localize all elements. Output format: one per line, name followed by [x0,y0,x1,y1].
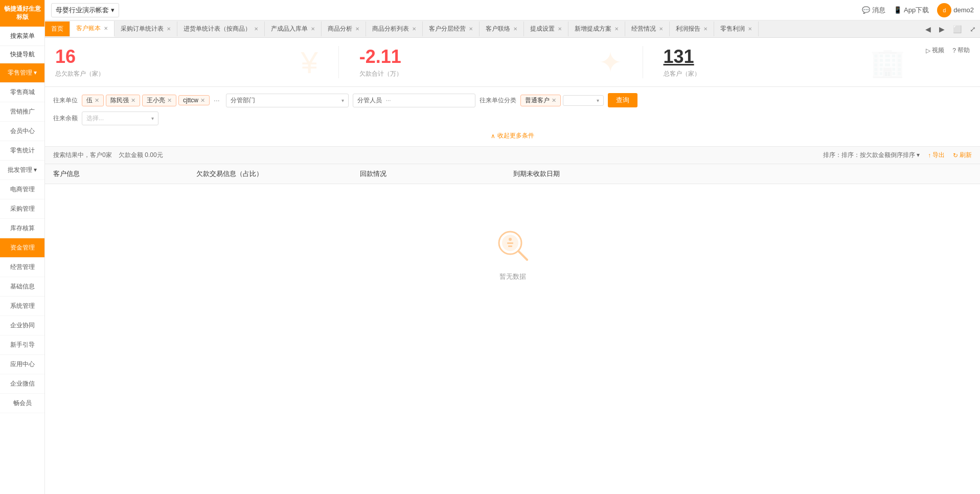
tab-prev-btn[interactable]: ◀ [921,23,935,35]
unit-tag-2[interactable]: 王小亮 ✕ [142,95,176,106]
tab-close-icon[interactable]: ✕ [254,26,258,32]
sidebar-item-search[interactable]: 搜索菜单 [0,27,44,46]
sidebar-item-member[interactable]: 会员中心 [0,122,44,141]
sidebar-item-system[interactable]: 系统管理 [0,297,44,316]
tab-next-btn[interactable]: ▶ [935,23,949,35]
tag-close-icon[interactable]: ✕ [200,97,205,104]
table-container: 客户信息 欠款交易信息（占比） 回款情况 到期未收款日期 暂无数据 [45,164,980,494]
sidebar-item-quick-nav[interactable]: 快捷导航 [0,46,44,63]
tab-customer-account[interactable]: 客户账本 ✕ [70,21,115,37]
unit-filter-label: 往来单位 [53,96,78,105]
help-icon: ? [952,47,956,54]
sidebar-item-wholesale[interactable]: 批发管理 ▾ [0,161,44,180]
tab-close-icon[interactable]: ✕ [513,26,517,32]
stat-value-overdue-amount: -2.11 [359,46,622,68]
video-help-btn[interactable]: ▷ 视频 [926,46,944,55]
svg-line-2 [519,252,527,260]
stats-bar: ¥ 16 总欠款客户（家） ✦ -2.11 欠款合计（万） 🏢 131 总客户（… [45,38,980,87]
tab-customer-contact[interactable]: 客户联络 ✕ [480,21,524,36]
tab-close-icon[interactable]: ✕ [558,26,562,32]
search-result-text: 搜索结果中，客户0家 欠款金额 0.00元 [53,151,163,160]
tab-production-inbound[interactable]: 产成品入库单 ✕ [265,21,322,36]
tab-commission-setting[interactable]: 提成设置 ✕ [524,21,568,36]
unit-tag-0[interactable]: 伍 ✕ [82,95,104,106]
message-btn[interactable]: 💬 消息 [862,6,885,15]
tab-close-icon[interactable]: ✕ [355,26,359,32]
sidebar-item-marketing[interactable]: 营销推广 [0,102,44,122]
tab-product-analysis[interactable]: 商品分析 ✕ [322,21,366,36]
tag-close-icon[interactable]: ✕ [95,97,99,104]
sidebar-item-retail-shop[interactable]: 零售商城 [0,83,44,102]
tab-close-icon[interactable]: ✕ [167,26,171,32]
stat-bg-icon: ¥ [301,44,317,80]
query-button[interactable]: 查询 [608,93,637,107]
sidebar-item-retail-mgmt[interactable]: 零售管理 ▾ [0,63,44,83]
sidebar: 畅捷通好生意 标版 搜索菜单 快捷导航 零售管理 ▾ 零售商城 营销推广 会员中… [0,0,45,494]
collapse-btn[interactable]: ∧ 收起更多条件 [491,131,534,140]
chevron-right-icon: ▾ [34,166,37,173]
unit-type-tag-0[interactable]: 普通客户 ✕ [520,95,561,106]
tab-home[interactable]: 首页 [45,21,70,36]
content-area: ¥ 16 总欠款客户（家） ✦ -2.11 欠款合计（万） 🏢 131 总客户（… [45,38,980,494]
filter-row-2: 往来余额 选择... ▾ [53,111,972,125]
tab-close-icon[interactable]: ✕ [703,26,708,32]
tab-expand-btn[interactable]: ⬜ [949,23,966,35]
tab-close-icon[interactable]: ✕ [412,26,416,32]
download-icon: 📱 [894,6,902,14]
sidebar-item-retail-stats[interactable]: 零售统计 [0,141,44,161]
export-icon: ↑ [928,152,931,159]
app-download-btn[interactable]: 📱 App下载 [894,6,929,15]
refresh-btn[interactable]: ↻ 刷新 [953,151,972,160]
col-due-date: 到期未收款日期 [513,169,972,178]
sidebar-item-enterprise[interactable]: 企业协同 [0,316,44,335]
tab-purchase-order[interactable]: 采购订单统计表 ✕ [115,21,177,36]
help-btn[interactable]: ? 帮助 [952,46,970,55]
sort-label[interactable]: 排序：排序：按欠款金额倒序排序 ▾ [823,151,920,160]
tab-close-icon[interactable]: ✕ [311,26,315,32]
unit-tag-3[interactable]: cjttcw ✕ [178,95,210,105]
balance-filter[interactable]: 选择... ▾ [82,111,158,125]
tag-close-icon[interactable]: ✕ [131,97,135,104]
tab-add-commission[interactable]: 新增提成方案 ✕ [568,21,625,36]
tab-retail-profit[interactable]: 零售利润 ✕ [714,21,759,36]
unit-tag-1[interactable]: 陈民强 ✕ [106,95,140,106]
tag-close-icon[interactable]: ✕ [167,97,172,104]
tab-close-icon[interactable]: ✕ [614,26,619,32]
tab-operations[interactable]: 经营情况 ✕ [625,21,670,36]
tab-close-icon[interactable]: ✕ [104,26,108,31]
sidebar-item-wechat[interactable]: 企业微信 [0,374,44,394]
tabbar: 首页 客户账本 ✕ 采购订单统计表 ✕ 进货单统计表（按商品） ✕ 产成品入库单… [45,20,980,38]
tag-close-icon[interactable]: ✕ [552,97,556,104]
more-tags-btn[interactable]: ··· [212,96,222,104]
svg-point-3 [509,238,512,241]
unit-type-label: 往来单位分类 [480,96,516,105]
dept-filter[interactable]: 分管部门 ▾ [226,94,349,107]
tab-close-icon[interactable]: ✕ [659,26,663,32]
search-result-actions: 排序：排序：按欠款金额倒序排序 ▾ ↑ 导出 ↻ 刷新 [823,151,972,160]
sidebar-item-basic-info[interactable]: 基础信息 [0,277,44,297]
chevron-down-icon: ▾ [111,6,115,14]
sidebar-item-member2[interactable]: 畅会员 [0,394,44,413]
user-avatar[interactable]: d demo2 [937,3,974,17]
sidebar-item-inventory[interactable]: 库存核算 [0,219,44,238]
export-btn[interactable]: ↑ 导出 [928,151,945,160]
sidebar-item-purchase[interactable]: 采购管理 [0,199,44,219]
sidebar-item-app-center[interactable]: 应用中心 [0,355,44,374]
dots-icon[interactable]: ··· [384,97,393,104]
sidebar-item-operations[interactable]: 经营管理 [0,258,44,277]
tab-product-analysis-list[interactable]: 商品分析列表 ✕ [366,21,423,36]
person-filter[interactable]: 分管人员 ··· [353,94,475,107]
sidebar-item-ecommerce[interactable]: 电商管理 [0,180,44,199]
sidebar-item-finance[interactable]: 资金管理 [0,238,44,258]
empty-text: 暂无数据 [499,272,526,281]
tab-customer-layer[interactable]: 客户分层经营 ✕ [423,21,480,36]
tab-close-icon[interactable]: ✕ [748,26,752,32]
tab-profit-report[interactable]: 利润报告 ✕ [670,21,714,36]
tab-fullscreen-btn[interactable]: ⤢ [966,23,980,35]
sidebar-item-new-guide[interactable]: 新手引导 [0,335,44,355]
unit-type-select[interactable]: ▾ [563,95,604,106]
svg-rect-4 [507,242,513,244]
account-selector[interactable]: 母婴行业演示帐套 ▾ [51,3,119,17]
tab-inbound-stats[interactable]: 进货单统计表（按商品） ✕ [177,21,265,36]
tab-close-icon[interactable]: ✕ [469,26,473,32]
